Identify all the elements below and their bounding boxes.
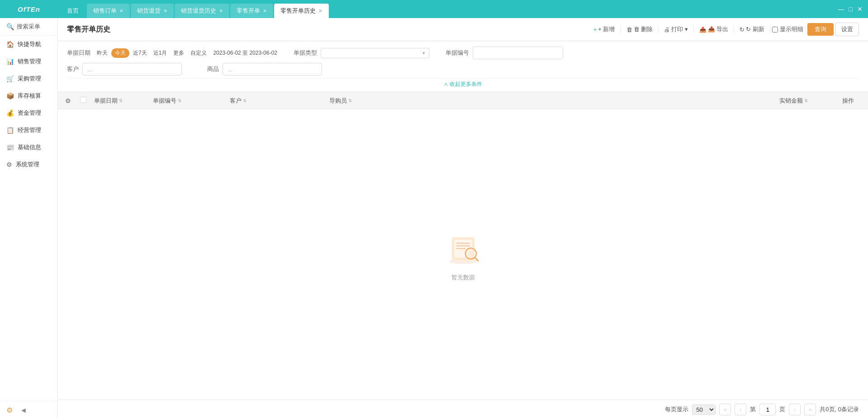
goods-label: 商品 <box>207 65 219 73</box>
sidebar-item-basic[interactable]: 📰 基础信息 <box>0 139 57 156</box>
date-shortcuts: 昨天 今天 近7天 近1月 更多 自定义 <box>94 48 209 58</box>
sort-icon: ⇅ <box>348 98 352 103</box>
th-op: 操作 <box>830 97 866 105</box>
table-header-row: ⚙ 单据日期 ⇅ 单据编号 ⇅ 客户 ⇅ <box>58 92 868 109</box>
tab-retail-open-history[interactable]: 零售开单历史 ✕ <box>274 4 329 18</box>
last-page-button[interactable]: » <box>804 404 816 415</box>
table-area: ⚙ 单据日期 ⇅ 单据编号 ⇅ 客户 ⇅ <box>58 92 868 419</box>
type-select[interactable]: ▾ <box>321 48 429 58</box>
per-page-select[interactable]: 50 100 200 <box>692 405 716 415</box>
num-input[interactable] <box>473 47 563 59</box>
print-button[interactable]: 🖨 打印 ▾ <box>660 24 692 35</box>
date-shortcut-1month[interactable]: 近1月 <box>151 48 170 58</box>
date-label: 单据日期 <box>67 49 90 57</box>
select-all-checkbox[interactable] <box>76 97 90 104</box>
refresh-icon: ↻ <box>740 26 745 33</box>
date-shortcut-more[interactable]: 更多 <box>171 48 187 58</box>
purchase-icon: 🛒 <box>6 75 14 82</box>
print-icon: 🖨 <box>664 26 670 33</box>
empty-svg <box>443 227 484 268</box>
sort-icon: ⇅ <box>178 98 181 103</box>
num-label: 单据编号 <box>446 49 469 57</box>
query-button[interactable]: 查询 <box>807 23 834 36</box>
chevron-down-icon: ▾ <box>422 50 425 56</box>
th-guide[interactable]: 导购员 ⇅ <box>326 97 389 105</box>
svg-point-7 <box>468 250 474 257</box>
date-shortcut-custom[interactable]: 自定义 <box>188 48 209 58</box>
date-shortcut-7days[interactable]: 近7天 <box>130 48 150 58</box>
sidebar-item-sales[interactable]: 📊 销售管理 <box>0 53 57 70</box>
date-shortcut-yesterday[interactable]: 昨天 <box>94 48 110 58</box>
add-icon: + <box>593 26 597 33</box>
toolbar: + + 新增 🗑 🗑 删除 🖨 打印 ▾ 📤 <box>590 23 859 36</box>
date-shortcut-today[interactable]: 今天 <box>111 48 129 58</box>
pagination: 每页显示 50 100 200 « ‹ 第 页 › » 共0页, 0条记录 <box>58 400 868 419</box>
close-icon[interactable]: ✕ <box>219 8 223 14</box>
first-page-button[interactable]: « <box>719 404 731 415</box>
sidebar-search[interactable]: 🔍 搜索采单 <box>0 18 57 36</box>
system-icon: ⚙ <box>6 161 12 168</box>
sidebar-collapse-button[interactable]: ◄ <box>20 406 27 414</box>
search-icon: 🔍 <box>6 23 14 30</box>
date-range: 2023-06-02 至 2023-06-02 <box>213 49 277 57</box>
quick-nav-icon: 🏠 <box>6 41 14 48</box>
sidebar-item-system[interactable]: ⚙ 系统管理 <box>0 156 57 173</box>
sidebar: 🔍 搜索采单 🏠 快捷导航 📊 销售管理 🛒 采购管理 📦 库存核算 💰 <box>0 18 58 419</box>
sidebar-item-quick-nav[interactable]: 🏠 快捷导航 <box>0 36 57 53</box>
tab-sales-return-history[interactable]: 销货退货历史 ✕ <box>175 4 229 18</box>
th-num[interactable]: 单据编号 ⇅ <box>149 97 226 105</box>
empty-state: 暂无数据 <box>58 109 868 400</box>
pagination-total: 共0页, 0条记录 <box>820 405 859 414</box>
add-button[interactable]: + + 新增 <box>590 24 619 35</box>
customer-input[interactable]: ... <box>82 63 182 75</box>
settings-button[interactable]: 设置 <box>835 23 859 36</box>
refresh-button[interactable]: ↻ ↻ 刷新 <box>736 24 768 35</box>
customer-label: 客户 <box>67 65 79 73</box>
page-number-input[interactable] <box>759 404 776 415</box>
sidebar-settings-button[interactable]: ⚙ <box>6 406 13 414</box>
display-detail-checkbox[interactable] <box>772 27 778 33</box>
per-page-label: 每页显示 <box>665 405 688 414</box>
close-icon[interactable]: ✕ <box>263 8 267 14</box>
window-close-button[interactable]: ✕ <box>857 6 863 12</box>
tab-sales-return[interactable]: 销货退货 ✕ <box>131 4 174 18</box>
tab-home[interactable]: 首页 <box>60 4 86 18</box>
page-header: 零售开单历史 + + 新增 🗑 🗑 删除 🖨 打印 ▾ <box>58 18 868 41</box>
page-title: 零售开单历史 <box>67 25 110 34</box>
collapse-filter-button[interactable]: ∧ 收起更多条件 <box>67 78 859 90</box>
delete-icon: 🗑 <box>626 26 632 33</box>
tab-sales-order[interactable]: 销售订单 ✕ <box>87 4 130 18</box>
empty-illustration <box>443 227 484 268</box>
window-maximize-button[interactable]: □ <box>849 6 853 12</box>
sidebar-item-operations[interactable]: 📋 经营管理 <box>0 122 57 139</box>
page-label: 第 <box>750 405 756 414</box>
export-icon: 📤 <box>699 26 707 33</box>
close-icon[interactable]: ✕ <box>119 8 123 14</box>
tab-bar: 首页 销售订单 ✕ 销货退货 ✕ 销货退货历史 ✕ 零售开单 ✕ <box>58 0 838 18</box>
basic-icon: 📰 <box>6 144 14 151</box>
sidebar-item-inventory[interactable]: 📦 库存核算 <box>0 87 57 104</box>
export-button[interactable]: 📤 📤 导出 <box>696 24 732 35</box>
sidebar-item-finance[interactable]: 💰 资金管理 <box>0 104 57 122</box>
delete-button[interactable]: 🗑 🗑 删除 <box>623 24 657 35</box>
display-detail-toggle[interactable]: 显示明细 <box>772 25 803 33</box>
column-settings-icon[interactable]: ⚙ <box>60 97 76 104</box>
prev-page-button[interactable]: ‹ <box>735 404 746 415</box>
sales-icon: 📊 <box>6 58 14 65</box>
logo-text: OfTEn <box>18 5 40 13</box>
close-icon[interactable]: ✕ <box>163 8 167 14</box>
th-date[interactable]: 单据日期 ⇅ <box>90 97 149 105</box>
window-minimize-button[interactable]: — <box>838 6 844 12</box>
next-page-button[interactable]: › <box>789 404 801 415</box>
filter-area: 单据日期 昨天 今天 近7天 近1月 更多 自定义 2023-06-02 至 2… <box>58 41 868 92</box>
sidebar-item-purchase[interactable]: 🛒 采购管理 <box>0 70 57 87</box>
goods-input[interactable]: ... <box>223 63 322 75</box>
th-customer[interactable]: 客户 ⇅ <box>226 97 326 105</box>
sort-icon: ⇅ <box>804 98 808 103</box>
finance-icon: 💰 <box>6 109 14 117</box>
th-amount[interactable]: 实销金额 ⇅ <box>776 97 830 105</box>
close-icon[interactable]: ✕ <box>318 8 323 14</box>
sort-icon: ⇅ <box>119 98 123 103</box>
content-area: 零售开单历史 + + 新增 🗑 🗑 删除 🖨 打印 ▾ <box>58 18 868 419</box>
tab-retail-open[interactable]: 零售开单 ✕ <box>230 4 273 18</box>
